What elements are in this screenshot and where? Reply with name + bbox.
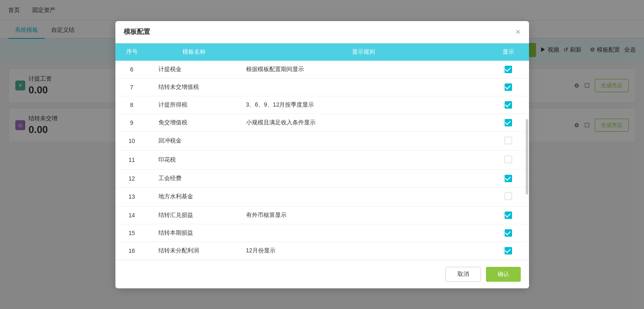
table-row: 7结转未交增值税 — [115, 78, 529, 96]
cell-rule — [239, 169, 488, 187]
modal-close-button[interactable]: × — [516, 28, 521, 36]
cell-id: 13 — [115, 187, 148, 206]
cell-rule — [239, 150, 488, 169]
cancel-button[interactable]: 取消 — [445, 267, 481, 282]
checkbox-row-15[interactable] — [505, 229, 512, 237]
cell-checkbox — [488, 78, 529, 96]
table-row: 12工会经费 — [115, 169, 529, 187]
cell-id: 14 — [115, 206, 148, 224]
checkbox-row-11[interactable] — [505, 156, 512, 163]
checkbox-row-14[interactable] — [505, 212, 512, 219]
checkbox-row-7[interactable] — [505, 83, 512, 91]
table-row: 8计提所得税3、6、9、12月按季度显示 — [115, 96, 529, 114]
cell-id: 15 — [115, 224, 148, 242]
cell-checkbox — [488, 131, 529, 150]
cell-id: 8 — [115, 96, 148, 114]
col-header-name: 模板名称 — [148, 43, 239, 61]
checkbox-row-9[interactable] — [505, 119, 512, 126]
cell-name: 计提税金 — [148, 61, 239, 78]
cell-name: 计提所得税 — [148, 96, 239, 114]
modal-header: 模板配置 × — [115, 21, 529, 43]
checkbox-row-13[interactable] — [505, 193, 512, 200]
cell-id: 16 — [115, 242, 148, 259]
scroll-thumb — [526, 119, 528, 195]
modal-overlay: 模板配置 × 序号 模板名称 显示规则 显示 6计提税金根据模板配置期间显示7结… — [0, 0, 644, 309]
cell-name: 免交增值税 — [148, 114, 239, 131]
cell-checkbox — [488, 187, 529, 206]
table-row: 16结转未分配利润12月份显示 — [115, 242, 529, 259]
cell-checkbox — [488, 150, 529, 169]
table-row: 10回冲税金 — [115, 131, 529, 150]
cell-name: 结转汇兑损益 — [148, 206, 239, 224]
cell-name: 印花税 — [148, 150, 239, 169]
table-row: 14结转汇兑损益有外币核算显示 — [115, 206, 529, 224]
cell-checkbox — [488, 169, 529, 187]
checkbox-row-12[interactable] — [505, 175, 512, 182]
table-row: 11印花税 — [115, 150, 529, 169]
modal-footer: 取消 确认 — [115, 260, 529, 288]
table-row: 13地方水利基金 — [115, 187, 529, 206]
cell-checkbox — [488, 114, 529, 131]
cell-name: 结转未分配利润 — [148, 242, 239, 259]
modal-body: 序号 模板名称 显示规则 显示 6计提税金根据模板配置期间显示7结转未交增值税8… — [115, 43, 529, 260]
cell-name: 结转未交增值税 — [148, 78, 239, 96]
cell-rule — [239, 187, 488, 206]
col-header-display: 显示 — [488, 43, 529, 61]
cell-name: 工会经费 — [148, 169, 239, 187]
cell-id: 12 — [115, 169, 148, 187]
cell-checkbox — [488, 61, 529, 78]
cell-id: 6 — [115, 61, 148, 78]
cell-checkbox — [488, 224, 529, 242]
scroll-track — [526, 43, 528, 260]
cell-rule — [239, 224, 488, 242]
col-header-id: 序号 — [115, 43, 148, 61]
checkbox-row-10[interactable] — [505, 137, 512, 144]
cell-id: 11 — [115, 150, 148, 169]
checkbox-row-6[interactable] — [505, 66, 512, 73]
cell-name: 地方水利基金 — [148, 187, 239, 206]
cell-checkbox — [488, 242, 529, 259]
table-row: 9免交增值税小规模且满足收入条件显示 — [115, 114, 529, 131]
checkbox-row-8[interactable] — [505, 101, 512, 109]
cell-name: 回冲税金 — [148, 131, 239, 150]
table-row: 6计提税金根据模板配置期间显示 — [115, 61, 529, 78]
confirm-button[interactable]: 确认 — [486, 267, 521, 282]
cell-id: 7 — [115, 78, 148, 96]
cell-rule: 小规模且满足收入条件显示 — [239, 114, 488, 131]
cell-rule — [239, 78, 488, 96]
cell-checkbox — [488, 206, 529, 224]
cell-checkbox — [488, 96, 529, 114]
cell-rule: 有外币核算显示 — [239, 206, 488, 224]
cell-id: 9 — [115, 114, 148, 131]
modal-template-config: 模板配置 × 序号 模板名称 显示规则 显示 6计提税金根据模板配置期间显示7结… — [115, 21, 529, 288]
checkbox-row-16[interactable] — [505, 247, 512, 254]
config-table: 序号 模板名称 显示规则 显示 6计提税金根据模板配置期间显示7结转未交增值税8… — [115, 43, 529, 260]
modal-title: 模板配置 — [124, 28, 150, 36]
cell-rule: 3、6、9、12月按季度显示 — [239, 96, 488, 114]
col-header-rule: 显示规则 — [239, 43, 488, 61]
table-header-row: 序号 模板名称 显示规则 显示 — [115, 43, 529, 61]
table-row: 15结转本期损益 — [115, 224, 529, 242]
cell-rule: 12月份显示 — [239, 242, 488, 259]
cell-name: 结转本期损益 — [148, 224, 239, 242]
cell-id: 10 — [115, 131, 148, 150]
cell-rule: 根据模板配置期间显示 — [239, 61, 488, 78]
cell-rule — [239, 131, 488, 150]
